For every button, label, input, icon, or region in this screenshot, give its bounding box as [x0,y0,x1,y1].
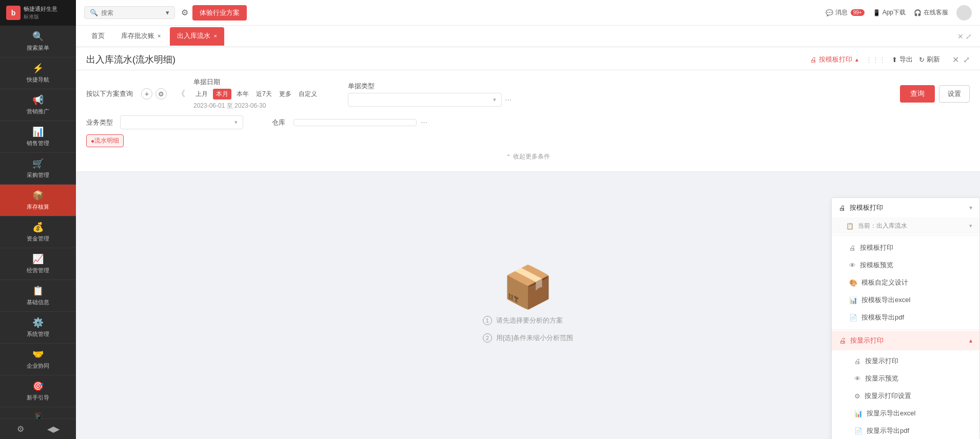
warehouse-ellipsis[interactable]: ⋯ [421,118,427,126]
marketing-icon: 📢 [32,94,44,106]
tab-home[interactable]: 首页 [84,27,112,46]
refresh-btn[interactable]: ↻ 刷新 [919,55,940,64]
collapse-bar[interactable]: ⌃ 收起更多条件 [86,149,970,164]
dp-template-excel-item[interactable]: 📊 按模板导出excel [842,291,979,309]
online-service-item[interactable]: 🎧 在线客服 [914,8,948,17]
doc-type-select[interactable]: ▾ [348,93,502,107]
inventory-icon: 📦 [32,190,44,201]
active-filter-tag[interactable]: ● 流水明细 [86,134,124,147]
filter-settings-btn[interactable]: ⚙ [155,88,167,99]
sidebar-item-marketing[interactable]: 📢 营销推广 [0,89,76,121]
dp-template-excel-label: 按模板导出excel [861,295,910,305]
export-btn[interactable]: ⬆ 导出 [892,55,913,64]
filter-actions: + ⚙ [141,88,167,99]
tab-batch-close[interactable]: × [158,33,161,39]
settings-footer-icon[interactable]: ⚙ [17,424,24,434]
dp-template-preview-item[interactable]: 👁 按模板预览 [842,256,979,274]
sidebar-item-finance[interactable]: 💰 资金管理 [0,216,76,248]
topbar-gear-icon[interactable]: ⚙ [181,8,188,17]
industry-btn[interactable]: 体验行业方案 [192,5,247,21]
sidebar-item-search[interactable]: 🔍 搜索菜单 [0,26,76,57]
tab-flow-close[interactable]: × [213,33,217,39]
doc-type-select-wrap: ▾ ⋯ [348,93,512,107]
dp-disp-preview-label: 按显示预览 [865,374,898,383]
collapse-footer-icon[interactable]: ◀▶ [47,424,60,434]
close-window-icon[interactable]: ✕ [952,55,959,65]
sidebar-item-sales[interactable]: 📊 销售管理 [0,121,76,153]
sidebar-item-system[interactable]: ⚙️ 系统管理 [0,312,76,344]
filter-collapse-icon[interactable]: 《 [177,89,185,99]
purchase-label: 采购管理 [27,171,49,179]
sidebar-item-guide[interactable]: 🎯 新手引导 [0,375,76,407]
filter-tag-area: 业务类型 ▾ [86,115,243,129]
doc-type-ellipsis[interactable]: ⋯ [505,96,512,104]
cooperation-label: 企业协同 [27,362,49,370]
tab-expand-icon[interactable]: ⤢ [966,32,972,41]
export-label: 导出 [899,55,913,64]
sidebar: b 畅捷通好生意 标准版 🔍 搜索菜单 ⚡ 快捷导航 📢 营销推广 📊 销售管理… [0,0,76,439]
filter-add-btn[interactable]: + [141,88,152,99]
dp-disp-settings-label: 按显示打印设置 [865,391,911,401]
biz-type-select[interactable]: ▾ [120,115,243,129]
dp-template-custom-label: 模板自定义设计 [861,278,908,287]
date-tab-lastmonth[interactable]: 上月 [193,89,210,99]
dp-display-settings-item[interactable]: ⚙ 按显示打印设置 [847,387,979,405]
tab-flow[interactable]: 出入库流水 × [170,27,224,46]
basic-icon: 📋 [32,285,44,296]
sidebar-item-purchase[interactable]: 🛒 采购管理 [0,153,76,185]
search-dropdown-icon[interactable]: ▾ [166,9,169,16]
sidebar-item-cooperation[interactable]: 🤝 企业协同 [0,344,76,375]
user-avatar[interactable] [956,5,972,21]
online-service-label: 在线客服 [924,8,948,17]
main-content: 🔍 ▾ ⚙ 体验行业方案 💬 消息 99+ 📱 App下载 🎧 [76,0,980,439]
query-btn[interactable]: 查询 [900,85,935,103]
dp-disp-excel-icon: 📊 [854,410,863,417]
msg-item[interactable]: 💬 消息 99+ [826,8,865,17]
sidebar-item-quicknav[interactable]: ⚡ 快捷导航 [0,57,76,89]
step-2-num: 2 [483,333,492,343]
tab-close-all-icon[interactable]: ✕ [957,32,964,41]
dp-template-items: 🖨 按模板打印 👁 按模板预览 🎨 模板自定义设计 📊 [832,237,979,328]
dp-template-custom-item[interactable]: 🎨 模板自定义设计 [842,274,979,291]
warehouse-select[interactable] [293,119,417,126]
set-btn[interactable]: 设置 [939,85,970,103]
sidebar-item-operations[interactable]: 📈 经营管理 [0,248,76,280]
dropdown-panel: 🖨 按模板打印 ▾ 📋 当前：出入库流水 ▾ [831,197,980,439]
filter-row-2: 业务类型 ▾ 仓库 ⋯ [86,115,970,129]
dp-display-arrow: ▴ [969,337,972,344]
sidebar-item-appcenter[interactable]: 📱 应用中心 [0,407,76,418]
dp-display-excel-item[interactable]: 📊 按显示导出excel [847,405,979,422]
dp-display-header-text: 🖨 按显示打印 [839,336,884,345]
dp-display-print-item[interactable]: 🖨 按显示打印 [847,352,979,370]
date-tab-thismonth[interactable]: 本月 [213,89,231,99]
search-icon: 🔍 [32,31,44,42]
page-title: 出入库流水(流水明细) [86,53,175,66]
date-tab-7days[interactable]: 近7天 [254,89,274,99]
dp-display-pdf-item[interactable]: 📄 按显示导出pdf [847,422,979,439]
sidebar-item-inventory[interactable]: 📦 库存核算 [0,185,76,216]
dp-template-print-icon: 🖨 [849,244,856,252]
tab-batch[interactable]: 库存批次账 × [114,27,168,46]
dp-template-print-item[interactable]: 🖨 按模板打印 [842,239,979,256]
date-tab-more[interactable]: 更多 [277,89,293,99]
topbar-left: 🔍 ▾ ⚙ 体验行业方案 [84,5,247,21]
dp-template-header[interactable]: 🖨 按模板打印 ▾ [832,198,979,217]
step-1-num: 1 [483,316,492,325]
dp-display-label: 按显示打印 [850,336,884,345]
app-download-item[interactable]: 📱 App下载 [873,8,906,17]
dp-display-preview-item[interactable]: 👁 按显示预览 [847,370,979,387]
search-input[interactable] [101,9,163,16]
empty-step-2: 2 用[选]条件来缩小分析范围 [483,331,573,345]
dp-display-print-icon: 🖨 [839,336,846,345]
tab-home-label: 首页 [91,31,105,41]
app-download-label: App下载 [883,8,906,17]
date-tab-custom[interactable]: 自定义 [297,89,319,99]
print-template-btn[interactable]: 🖨 按模板打印 ▲ [810,55,859,64]
dp-display-header[interactable]: 🖨 按显示打印 ▴ [832,331,979,350]
filter-row-1: 按以下方案查询 + ⚙ 《 单据日期 上月 本月 本年 近7天 [86,77,970,110]
dp-template-pdf-item[interactable]: 📄 按模板导出pdf [842,309,979,326]
expand-window-icon[interactable]: ⤢ [963,55,970,65]
msg-icon: 💬 [826,9,833,16]
date-tab-thisyear[interactable]: 本年 [234,89,251,99]
sidebar-item-basic[interactable]: 📋 基础信息 [0,280,76,312]
